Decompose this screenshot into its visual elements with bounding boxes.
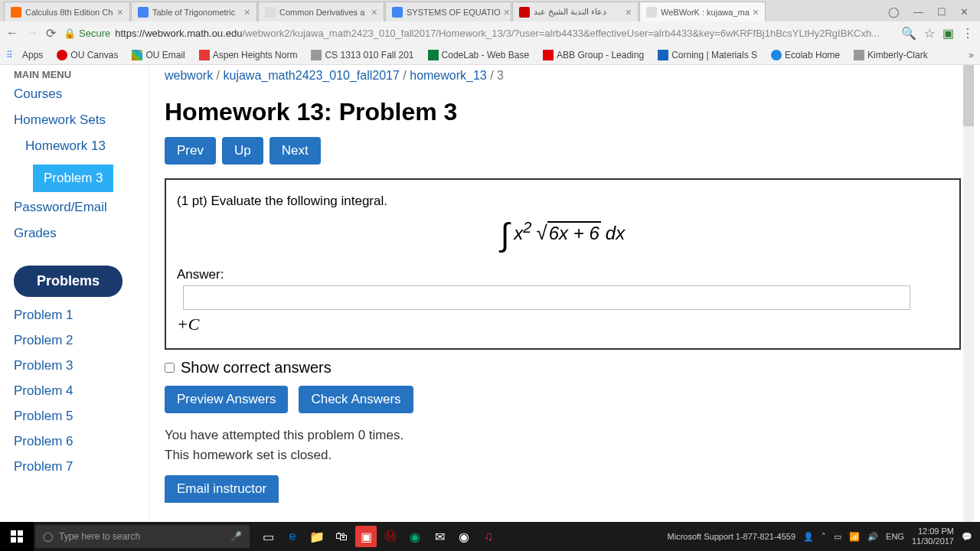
sidebar-header: MAIN MENU (14, 69, 141, 80)
bookmark-item[interactable]: Apps (18, 47, 47, 63)
close-window-button[interactable]: ✕ (960, 6, 969, 18)
tray-chevron[interactable]: ˄ (822, 532, 826, 542)
bookmark-item[interactable]: CodeLab - Web Base (423, 47, 534, 63)
check-answers-button[interactable]: Check Answers (299, 386, 413, 413)
bookmark-favicon (428, 50, 439, 60)
sidebar-problems-heading[interactable]: Problems (14, 266, 122, 297)
taskbar-icons: ▭ e 📁 🛍 ▣ Ⓜ ◉ ✉ ◉ ♫ (257, 526, 499, 547)
problem-link[interactable]: Problem 4 (14, 383, 141, 399)
url-path: /webwork2/kujawa_math2423_010_fall2017/H… (242, 28, 880, 39)
app-icon[interactable]: ▣ (355, 526, 377, 547)
bookmark-item[interactable]: Ecolab Home (766, 47, 844, 63)
chrome-icon[interactable]: ◉ (453, 526, 475, 547)
bookmark-overflow[interactable]: » (969, 50, 974, 60)
sidebar-active-problem[interactable]: Problem 3 (33, 165, 113, 192)
browser-tab[interactable]: Common Derivatives a× (258, 2, 384, 21)
user-icon[interactable]: ◯ (888, 6, 900, 18)
bookmark-item[interactable]: Corning | Materials S (653, 47, 762, 63)
address-bar[interactable]: 🔒 Secure https://webwork.math.ou.edu/web… (64, 28, 893, 39)
bookmark-item[interactable]: OU Email (127, 47, 189, 63)
sidebar: MAIN MENU Courses Homework Sets Homework… (0, 65, 149, 522)
task-view-icon[interactable]: ▭ (257, 526, 279, 547)
browser-tab[interactable]: دعاء الندبة الشيخ عبد× (512, 2, 639, 21)
email-instructor-button[interactable]: Email instructor (165, 475, 279, 503)
start-button[interactable] (0, 522, 34, 551)
mic-icon[interactable]: 🎤 (230, 531, 242, 542)
bookmark-bar: ⠿ Apps OU Canvas OU Email Aspen Heights … (0, 44, 980, 65)
tab-strip: Calculus 8th Edition Ch× Table of Trigon… (0, 0, 980, 21)
breadcrumb-link[interactable]: homework_13 (410, 69, 487, 82)
bookmark-item[interactable]: Aspen Heights Norm (194, 47, 302, 63)
notifications-icon[interactable]: 💬 (962, 532, 972, 542)
system-tray: Microsoft Support 1-877-821-4559 👤 ˄ ▭ 📶… (668, 527, 980, 546)
edge-icon[interactable]: e (282, 526, 303, 547)
problem-link[interactable]: Problem 7 (14, 459, 141, 474)
tab-close-icon[interactable]: × (750, 6, 759, 18)
menu-icon[interactable]: ⋮ (962, 26, 974, 41)
sidebar-link-homework-sets[interactable]: Homework Sets (14, 112, 141, 128)
app-icon[interactable]: ◉ (404, 526, 426, 547)
tab-close-icon[interactable]: × (501, 6, 510, 18)
favicon (519, 7, 530, 18)
store-icon[interactable]: 🛍 (331, 526, 352, 547)
back-button[interactable]: ← (6, 26, 18, 40)
vertical-scrollbar[interactable] (963, 65, 974, 522)
minimize-button[interactable]: — (913, 6, 923, 18)
reload-button[interactable]: ⟳ (46, 26, 56, 41)
preview-answers-button[interactable]: Preview Answers (165, 386, 288, 413)
browser-tab[interactable]: Calculus 8th Edition Ch× (4, 2, 130, 21)
browser-tab-active[interactable]: WeBWorK : kujawa_ma× (639, 2, 766, 21)
maximize-button[interactable]: ☐ (937, 6, 946, 18)
cortana-icon: ◯ (43, 531, 53, 542)
svg-rect-3 (18, 537, 23, 543)
itunes-icon[interactable]: ♫ (478, 526, 499, 547)
browser-tab[interactable]: SYSTEMS OF EQUATIO× (385, 2, 511, 21)
sidebar-link-homework-13[interactable]: Homework 13 (25, 139, 141, 154)
breadcrumb-link[interactable]: kujawa_math2423_010_fall2017 (223, 69, 399, 82)
address-bar-row: ← → ⟳ 🔒 Secure https://webwork.math.ou.e… (0, 21, 980, 44)
sidebar-link-courses[interactable]: Courses (14, 86, 141, 102)
problem-link[interactable]: Problem 5 (14, 409, 141, 424)
bookmark-item[interactable]: OU Canvas (52, 47, 122, 63)
show-correct-checkbox[interactable] (165, 363, 175, 373)
next-button[interactable]: Next (270, 137, 321, 165)
prev-button[interactable]: Prev (165, 137, 216, 165)
bookmark-favicon (771, 50, 782, 60)
volume-icon[interactable]: 🔊 (867, 532, 878, 542)
people-icon[interactable]: 👤 (803, 532, 814, 542)
battery-icon[interactable]: ▭ (834, 532, 841, 542)
problem-list: Problem 1 Problem 2 Problem 3 Problem 4 … (14, 308, 141, 474)
problem-link[interactable]: Problem 3 (14, 358, 141, 373)
problem-nav: Prev Up Next (165, 137, 961, 165)
extension-icon[interactable]: ▣ (942, 26, 954, 41)
bookmark-favicon (132, 50, 142, 60)
browser-tab[interactable]: Table of Trigonometric× (131, 2, 257, 21)
bookmark-item[interactable]: ABB Group - Leading (538, 47, 648, 63)
zoom-icon[interactable]: 🔍 (901, 26, 916, 41)
file-explorer-icon[interactable]: 📁 (306, 526, 328, 547)
tab-close-icon[interactable]: × (368, 6, 377, 18)
taskbar-search[interactable]: ◯ Type here to search 🎤 (35, 525, 250, 548)
bookmark-item[interactable]: Kimberly-Clark (849, 47, 933, 63)
mathematica-icon[interactable]: Ⓜ (380, 526, 401, 547)
up-button[interactable]: Up (222, 137, 263, 165)
problem-link[interactable]: Problem 1 (14, 308, 141, 323)
bookmark-item[interactable]: CS 1313 010 Fall 201 (306, 47, 418, 63)
breadcrumb-link[interactable]: webwork (165, 69, 213, 82)
wifi-icon[interactable]: 📶 (849, 532, 860, 542)
mail-icon[interactable]: ✉ (429, 526, 450, 547)
answer-input[interactable] (183, 285, 910, 310)
sidebar-link-password[interactable]: Password/Email (14, 200, 141, 215)
taskbar-clock[interactable]: 12:09 PM 11/30/2017 (912, 527, 954, 546)
sidebar-link-grades[interactable]: Grades (14, 226, 141, 241)
problem-link[interactable]: Problem 2 (14, 333, 141, 348)
star-icon[interactable]: ☆ (924, 26, 935, 41)
tab-close-icon[interactable]: × (622, 6, 632, 18)
tab-close-icon[interactable]: × (114, 6, 123, 18)
tab-close-icon[interactable]: × (241, 6, 250, 18)
problem-link[interactable]: Problem 6 (14, 434, 141, 449)
language-indicator[interactable]: ENG (886, 532, 904, 541)
svg-rect-0 (11, 530, 16, 536)
breadcrumb: webwork / kujawa_math2423_010_fall2017 /… (165, 69, 961, 83)
apps-icon[interactable]: ⠿ (6, 50, 13, 60)
